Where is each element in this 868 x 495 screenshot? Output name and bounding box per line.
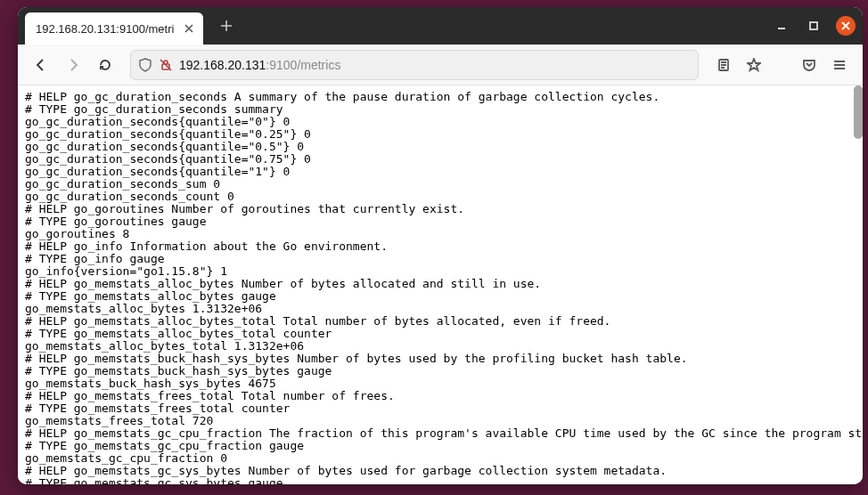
- svg-rect-0: [810, 22, 817, 29]
- titlebar: 192.168.20.131:9100/metric: [18, 7, 863, 45]
- browser-tab[interactable]: 192.168.20.131:9100/metric: [25, 12, 203, 45]
- reload-button[interactable]: [91, 51, 119, 79]
- toolbar-right: [709, 51, 854, 79]
- tab-close-button[interactable]: [182, 21, 196, 36]
- insecure-lock-icon[interactable]: [160, 59, 172, 71]
- tab-title: 192.168.20.131:9100/metric: [36, 22, 175, 36]
- new-tab-button[interactable]: [214, 13, 239, 38]
- minimize-button[interactable]: [772, 16, 791, 36]
- reader-icon: [717, 58, 731, 72]
- star-icon: [747, 58, 761, 72]
- metrics-text: # HELP go_gc_duration_seconds A summary …: [18, 85, 863, 484]
- app-menu-button[interactable]: [825, 51, 854, 79]
- url-host: 192.168.20.131: [179, 58, 266, 72]
- scrollbar-thumb[interactable]: [854, 85, 863, 139]
- url-text: 192.168.20.131:9100/metrics: [179, 58, 691, 72]
- maximize-button[interactable]: [804, 16, 823, 36]
- reload-icon: [98, 58, 112, 72]
- reader-mode-button[interactable]: [709, 51, 738, 79]
- bookmark-button[interactable]: [740, 51, 768, 79]
- window-close-button[interactable]: [836, 16, 856, 36]
- page-content[interactable]: # HELP go_gc_duration_seconds A summary …: [18, 85, 863, 484]
- url-path: /metrics: [297, 58, 340, 72]
- minimize-icon: [776, 20, 787, 31]
- hamburger-icon: [832, 58, 847, 72]
- forward-button[interactable]: [59, 51, 87, 79]
- arrow-right-icon: [66, 58, 80, 72]
- close-icon: [840, 20, 851, 31]
- url-bar[interactable]: 192.168.20.131:9100/metrics: [130, 50, 699, 80]
- back-button[interactable]: [27, 51, 55, 79]
- tracking-shield-icon[interactable]: [138, 58, 152, 72]
- window-controls: [772, 16, 856, 36]
- plus-icon: [220, 20, 233, 32]
- url-port: :9100: [266, 58, 297, 72]
- browser-window: 192.168.20.131:9100/metric: [18, 7, 863, 484]
- toolbar: 192.168.20.131:9100/metrics: [18, 45, 863, 85]
- pocket-icon: [802, 58, 816, 72]
- close-icon: [184, 24, 193, 33]
- arrow-left-icon: [34, 58, 48, 72]
- pocket-button[interactable]: [795, 51, 823, 79]
- maximize-icon: [808, 20, 819, 31]
